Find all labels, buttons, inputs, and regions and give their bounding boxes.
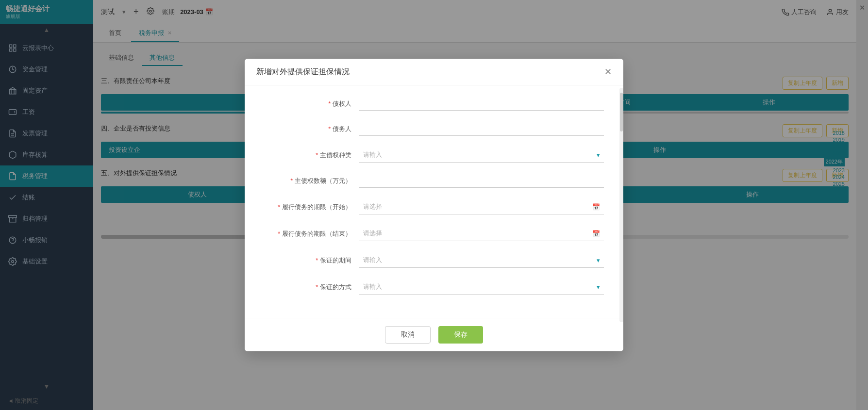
guarantee-method-placeholder: 请输入 bbox=[363, 282, 382, 291]
form-row-creditor: * 债权人 bbox=[264, 97, 604, 111]
guarantee-method-chevron-icon: ▾ bbox=[597, 283, 600, 291]
modal-title: 新增对外提供保证担保情况 bbox=[256, 67, 350, 77]
form-row-claim-type: * 主债权种类 请输入 ▾ bbox=[264, 148, 604, 163]
form-row-guarantee-method: * 保证的方式 请输入 ▾ bbox=[264, 279, 604, 295]
required-mark: * bbox=[328, 100, 331, 107]
required-mark: * bbox=[290, 177, 293, 184]
period-start-calendar-icon: 📅 bbox=[592, 203, 600, 211]
cancel-button[interactable]: 取消 bbox=[385, 326, 431, 344]
debtor-input[interactable] bbox=[359, 122, 604, 136]
claim-type-label: * 主债权种类 bbox=[264, 151, 351, 160]
period-end-picker[interactable]: 请选择 📅 bbox=[359, 226, 604, 241]
required-mark: * bbox=[328, 125, 331, 132]
required-mark: * bbox=[278, 203, 280, 211]
claim-type-placeholder: 请输入 bbox=[363, 150, 382, 159]
modal-footer: 取消 保存 bbox=[245, 318, 623, 351]
guarantee-period-placeholder: 请输入 bbox=[363, 256, 382, 264]
claim-amount-input[interactable] bbox=[359, 174, 604, 188]
form-row-period-end: * 履行债务的期限（结束） 请选择 📅 bbox=[264, 226, 604, 241]
period-start-picker[interactable]: 请选择 📅 bbox=[359, 199, 604, 214]
form-row-period-start: * 履行债务的期限（开始） 请选择 📅 bbox=[264, 199, 604, 214]
modal-overlay: 新增对外提供保证担保情况 ✕ * 债权人 * 债务人 bbox=[0, 0, 868, 410]
form-row-guarantee-period: * 保证的期间 请输入 ▾ bbox=[264, 253, 604, 268]
modal-header: 新增对外提供保证担保情况 ✕ bbox=[245, 59, 623, 85]
guarantee-period-select[interactable]: 请输入 ▾ bbox=[359, 253, 604, 268]
required-mark: * bbox=[316, 283, 318, 291]
modal-close-button[interactable]: ✕ bbox=[604, 66, 612, 77]
guarantee-period-label: * 保证的期间 bbox=[264, 256, 351, 265]
form-row-debtor: * 债务人 bbox=[264, 122, 604, 136]
claim-amount-label: * 主债权数额（万元） bbox=[264, 177, 351, 185]
period-start-placeholder: 请选择 bbox=[363, 202, 382, 211]
creditor-label: * 债权人 bbox=[264, 99, 351, 108]
modal-dialog: 新增对外提供保证担保情况 ✕ * 债权人 * 债务人 bbox=[245, 59, 623, 351]
period-start-label: * 履行债务的期限（开始） bbox=[264, 203, 351, 212]
claim-type-chevron-icon: ▾ bbox=[597, 151, 600, 159]
guarantee-period-chevron-icon: ▾ bbox=[597, 257, 600, 264]
required-mark: * bbox=[316, 257, 318, 264]
modal-scrollbar[interactable] bbox=[619, 88, 623, 322]
period-end-calendar-icon: 📅 bbox=[592, 230, 600, 237]
debtor-label: * 债务人 bbox=[264, 125, 351, 133]
period-end-label: * 履行债务的期限（结束） bbox=[264, 230, 351, 238]
period-end-placeholder: 请选择 bbox=[363, 229, 382, 238]
modal-scrollbar-thumb bbox=[620, 93, 623, 131]
creditor-input[interactable] bbox=[359, 97, 604, 111]
required-mark: * bbox=[316, 151, 318, 159]
modal-body: * 债权人 * 债务人 * 主债权种类 请输入 bbox=[245, 85, 623, 318]
save-button[interactable]: 保存 bbox=[438, 326, 483, 344]
required-mark: * bbox=[278, 230, 280, 237]
claim-type-select[interactable]: 请输入 ▾ bbox=[359, 148, 604, 163]
guarantee-method-select[interactable]: 请输入 ▾ bbox=[359, 279, 604, 295]
guarantee-method-label: * 保证的方式 bbox=[264, 283, 351, 292]
form-row-claim-amount: * 主债权数额（万元） bbox=[264, 174, 604, 188]
